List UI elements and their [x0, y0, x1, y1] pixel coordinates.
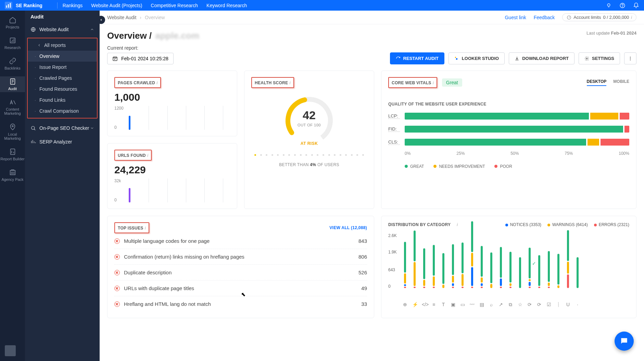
sidebar-section-onpage[interactable]: On-Page SEO Checker	[25, 121, 100, 135]
dist-column[interactable]	[403, 242, 407, 288]
issue-row[interactable]: Multiple language codes for one page843	[114, 233, 367, 249]
issue-row[interactable]: Confirmation (return) links missing on h…	[114, 249, 367, 265]
category-icon[interactable]: ≡	[431, 302, 436, 308]
sidebar-section-website-audit[interactable]: Website Audit	[25, 23, 100, 36]
collapse-sidebar-button[interactable]	[97, 16, 105, 24]
category-icon[interactable]: ▭	[460, 302, 465, 308]
dist-column[interactable]	[431, 245, 436, 288]
topnav-rankings[interactable]: Rankings	[63, 3, 83, 8]
dist-column[interactable]	[470, 221, 475, 288]
cwv-badge: Great	[442, 78, 462, 87]
y-label: 32k	[114, 178, 121, 183]
category-icon[interactable]: </>	[422, 302, 427, 308]
info-icon[interactable]: i	[156, 80, 157, 85]
sidebar-item-found-links[interactable]: Found Links	[28, 95, 97, 105]
dist-column[interactable]	[508, 252, 513, 288]
category-icon[interactable]: ⌕	[489, 302, 494, 308]
crumb-website-audit[interactable]: Website Audit	[107, 15, 136, 20]
sidebar-item-all-reports[interactable]: All reports	[28, 40, 97, 51]
rail-content[interactable]: Content Marketing	[0, 97, 25, 117]
bell-icon[interactable]	[633, 2, 639, 9]
tab-desktop[interactable]: DESKTOP	[587, 79, 607, 86]
rail-agency[interactable]: Agency Pack	[0, 167, 25, 183]
category-icon[interactable]: ☆	[518, 302, 522, 308]
sidebar-item-crawled-pages[interactable]: Crawled Pages	[28, 73, 97, 84]
rail-backlinks[interactable]: Backlinks	[0, 56, 25, 72]
category-icon[interactable]: ⧉	[508, 302, 513, 308]
dist-column[interactable]	[518, 257, 522, 288]
rail-report[interactable]: Report Builder	[0, 147, 25, 162]
looker-studio-button[interactable]: LOOKER STUDIO	[449, 52, 505, 64]
rail-audit[interactable]: Audit	[0, 76, 25, 92]
category-icon[interactable]: ⟳	[537, 302, 542, 308]
refresh-icon	[396, 56, 401, 61]
issue-row[interactable]: URLs with duplicate page titles49	[114, 281, 367, 296]
dist-column[interactable]	[546, 251, 551, 288]
info-icon[interactable]: i	[457, 222, 458, 227]
section-label: Website Audit	[39, 27, 68, 32]
card-top-issues: TOP ISSUES i VIEW ALL (12,088) Multiple …	[107, 216, 374, 318]
rail-local[interactable]: Local Marketing	[0, 122, 25, 142]
info-icon[interactable]: i	[290, 80, 291, 85]
view-all-issues-link[interactable]: VIEW ALL (12,088)	[329, 225, 367, 230]
download-report-button[interactable]: DOWNLOAD REPORT	[509, 52, 574, 64]
category-icon[interactable]: ⊕	[403, 302, 407, 308]
info-icon[interactable]: i	[433, 80, 434, 85]
error-icon	[114, 301, 120, 307]
card-pages-crawled: PAGES CRAWLED i 1,000 1200 0	[107, 71, 237, 136]
category-icon[interactable]: ⟳	[527, 302, 532, 308]
category-icon[interactable]: ▤	[479, 302, 484, 308]
category-icon[interactable]: 〰	[470, 302, 475, 308]
topnav-competitive[interactable]: Competitive Research	[151, 3, 198, 8]
guest-link[interactable]: Guest link	[505, 15, 526, 20]
tab-mobile[interactable]: MOBILE	[613, 79, 629, 86]
more-button[interactable]	[624, 52, 636, 64]
category-icon[interactable]: ·	[575, 302, 580, 308]
lightbulb-icon[interactable]	[606, 2, 612, 9]
card-core-web-vitals: CORE WEB VITALS i Great DESKTOP MOBILE Q…	[381, 71, 636, 209]
info-icon[interactable]: i	[145, 226, 146, 231]
dist-column[interactable]	[527, 248, 532, 288]
report-date-picker[interactable]: Feb-01 2024 10:25:28	[107, 53, 174, 64]
help-icon[interactable]	[619, 2, 626, 9]
issue-row[interactable]: Duplicate description526	[114, 265, 367, 281]
dist-column[interactable]	[460, 242, 465, 288]
rail-research[interactable]: Research	[0, 35, 25, 51]
chat-fab[interactable]	[615, 332, 634, 351]
dist-column[interactable]	[566, 230, 570, 288]
category-icon[interactable]: ⚡	[412, 302, 417, 308]
health-sub: OUT OF 100	[280, 123, 338, 127]
dist-column[interactable]	[498, 247, 503, 288]
category-icon[interactable]: ▣	[451, 302, 455, 308]
topnav-website-audit[interactable]: Website Audit (Projects)	[91, 3, 142, 8]
dist-column[interactable]	[556, 254, 561, 288]
dist-column[interactable]	[575, 257, 580, 288]
category-icon[interactable]: ⦚	[556, 302, 561, 308]
dist-column[interactable]	[441, 253, 446, 288]
dist-column[interactable]	[489, 252, 494, 288]
sidebar-item-found-resources[interactable]: Found Resources	[28, 84, 97, 95]
dist-column[interactable]	[412, 231, 417, 288]
restart-audit-button[interactable]: RESTART AUDIT	[390, 52, 444, 64]
dist-column[interactable]	[422, 248, 427, 288]
search-page-icon	[30, 125, 36, 131]
dist-column[interactable]	[537, 255, 542, 288]
category-icon[interactable]: ☑	[546, 302, 551, 308]
rail-projects[interactable]: Projects	[0, 15, 25, 30]
issue-row[interactable]: Hreflang and HTML lang do not match33	[114, 296, 367, 312]
sidebar-section-serp[interactable]: SERP Analyzer	[25, 135, 100, 149]
category-icon[interactable]: U	[566, 302, 570, 308]
category-icon[interactable]: T	[441, 302, 446, 308]
account-limits-pill[interactable]: Account limits 0 / 2,000,000 i	[562, 13, 636, 21]
category-icon[interactable]: ↗	[498, 302, 503, 308]
settings-button[interactable]: SETTINGS	[579, 52, 620, 64]
dist-column[interactable]	[479, 246, 484, 288]
topnav-keyword[interactable]: Keyword Research	[206, 3, 247, 8]
feedback-link[interactable]: Feedback	[534, 15, 555, 20]
info-icon[interactable]: i	[147, 153, 148, 158]
sidebar-item-overview[interactable]: Overview	[28, 51, 97, 62]
sidebar-item-crawl-comparison[interactable]: Crawl Comparison	[28, 105, 97, 116]
sidebar-item-issue-report[interactable]: Issue Report	[28, 62, 97, 73]
issue-count: 49	[361, 285, 367, 291]
dist-column[interactable]	[451, 244, 455, 288]
